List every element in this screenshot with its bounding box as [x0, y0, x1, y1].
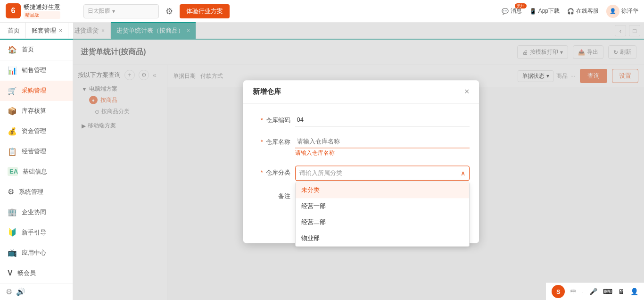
content-area: 进货单统计(按商品) 🖨 按模板打印 ▾ 📤 导出 ↻ 刷新 [73, 40, 644, 300]
modal-container: 新增仓库 × * 仓库编码 [243, 80, 474, 243]
sidebar-bottom: ⚙ 🔊 [0, 283, 73, 300]
bottom-bar: S 中 · 🎤 ⌨ 🖥 👤 [546, 283, 644, 300]
microphone-icon[interactable]: 🎤 [589, 288, 597, 295]
user-profile-item[interactable]: 👤 徐泽华 [606, 5, 638, 18]
notes-label-text: 备注 [278, 192, 290, 200]
sales-icon: 📊 [8, 66, 17, 75]
inventory-icon: 📦 [8, 107, 17, 116]
code-label-text: 仓库编码 [266, 117, 290, 124]
category-placeholder: 请输入所属分类 [299, 169, 342, 177]
required-star-name: * [261, 138, 263, 145]
basic-info-icon: EA [8, 167, 18, 176]
header-search[interactable]: 日太阳膜 ▾ [83, 4, 159, 18]
category-select[interactable]: 请输入所属分类 ∧ [295, 166, 470, 181]
s-logo-icon[interactable]: S [552, 285, 565, 298]
notes-label: 备注 [253, 189, 295, 200]
purchase-icon: 🛒 [8, 86, 17, 95]
notification-item[interactable]: 💬 消息 99+ [502, 7, 522, 15]
tab-account-label: 账套管理 [32, 26, 56, 35]
sidebar-item-purchase[interactable]: 🛒 采购管理 [0, 81, 73, 101]
guide-icon: 🔰 [8, 228, 17, 237]
name-label-text: 仓库名称 [266, 138, 290, 145]
category-label-text: 仓库分类 [266, 169, 290, 176]
main-wrapper: 🏠 首页 📊 销售管理 🛒 采购管理 📦 库存核算 💰 资金管理 📋 经营管理 … [0, 40, 644, 300]
dropdown-option-0[interactable]: 未分类 [296, 182, 469, 198]
sidebar-label-inventory: 库存核算 [22, 107, 46, 115]
category-arrow-icon: ∧ [461, 169, 465, 177]
headset-icon: 🎧 [567, 8, 574, 15]
code-control [295, 113, 470, 126]
phone-icon: 📱 [529, 8, 537, 15]
avatar: 👤 [606, 5, 619, 18]
sidebar-item-enterprise[interactable]: 🏢 企业协同 [0, 202, 73, 222]
user-icon[interactable]: 👤 [630, 288, 638, 295]
sidebar-label-basic-info: 基础信息 [23, 167, 47, 176]
sidebar-item-home[interactable]: 🏠 首页 [0, 40, 73, 60]
online-service-label: 在线客服 [576, 7, 599, 15]
sidebar-item-guide[interactable]: 🔰 新手引导 [0, 222, 73, 242]
sidebar-label-finance: 资金管理 [22, 127, 46, 135]
app-download-label: App下载 [538, 7, 560, 15]
code-input[interactable] [295, 113, 470, 126]
online-service-item[interactable]: 🎧 在线客服 [567, 7, 599, 15]
sidebar: 🏠 首页 📊 销售管理 🛒 采购管理 📦 库存核算 💰 资金管理 📋 经营管理 … [0, 40, 73, 300]
category-control: 请输入所属分类 ∧ 未分类 经营一部 经营二部 物业部 [295, 166, 470, 181]
modal-body: * 仓库编码 * 仓库名称 [243, 104, 479, 216]
sidebar-label-operations: 经营管理 [22, 147, 46, 156]
tab-account-close-icon[interactable]: × [59, 27, 62, 34]
sidebar-item-vip[interactable]: V 畅会员 [0, 263, 73, 283]
vip-icon: V [8, 269, 13, 277]
chinese-label: 中 [570, 288, 576, 296]
modal-close-button[interactable]: × [464, 87, 470, 97]
name-input[interactable] [295, 135, 470, 148]
category-row: * 仓库分类 请输入所属分类 ∧ 未分类 经营一部 [253, 166, 470, 181]
sidebar-label-enterprise: 企业协同 [22, 208, 46, 217]
username-label: 徐泽华 [621, 7, 638, 15]
message-icon: 💬 [502, 8, 509, 15]
sidebar-item-finance[interactable]: 💰 资金管理 [0, 121, 73, 142]
tab-account[interactable]: 账套管理 × [26, 22, 68, 39]
logo-text: 畅捷通好生意 [24, 3, 60, 11]
sidebar-item-apps[interactable]: 📺 应用中心 [0, 242, 73, 263]
code-row: * 仓库编码 [253, 113, 470, 126]
name-label: * 仓库名称 [253, 135, 295, 146]
logo-icon: 6 [6, 3, 21, 18]
sidebar-item-system[interactable]: ⚙ 系统管理 [0, 182, 73, 202]
sidebar-item-operations[interactable]: 📋 经营管理 [0, 142, 73, 162]
sidebar-settings-icon[interactable]: ⚙ [6, 287, 12, 296]
sidebar-item-inventory[interactable]: 📦 库存核算 [0, 101, 73, 121]
sidebar-label-guide: 新手引导 [22, 228, 46, 237]
sidebar-speaker-icon[interactable]: 🔊 [16, 287, 25, 296]
notification-badge: 99+ [515, 3, 527, 8]
logo-text-block: 畅捷通好生意 精品版 [24, 3, 60, 19]
sidebar-item-sales[interactable]: 📊 销售管理 [0, 60, 73, 81]
name-error-msg: 请输入仓库名称 [295, 149, 470, 157]
dropdown-option-3[interactable]: 物业部 [296, 230, 469, 246]
required-star-category: * [261, 169, 263, 176]
search-arrow-icon: ▾ [112, 8, 115, 15]
category-dropdown: 未分类 经营一部 经营二部 物业部 [295, 182, 470, 247]
sidebar-label-system: 系统管理 [19, 188, 43, 196]
home-icon: 🏠 [8, 45, 17, 54]
header-right: 💬 消息 99+ 📱 App下载 🎧 在线客服 👤 徐泽华 [502, 5, 638, 18]
trial-button[interactable]: 体验行业方案 [180, 4, 230, 18]
operations-icon: 📋 [8, 147, 17, 156]
enterprise-icon: 🏢 [8, 208, 17, 217]
sidebar-item-basic-info[interactable]: EA 基础信息 [0, 162, 73, 182]
sidebar-label-vip: 畅会员 [17, 269, 36, 277]
app-download-item[interactable]: 📱 App下载 [529, 7, 560, 15]
modal-header: 新增仓库 × [243, 80, 479, 104]
tab-home[interactable]: 首页 [2, 22, 26, 39]
logo-badge: 精品版 [24, 11, 60, 19]
keyboard-icon[interactable]: ⌨ [603, 288, 612, 295]
category-label: * 仓库分类 [253, 166, 295, 177]
dropdown-option-1[interactable]: 经营一部 [296, 198, 469, 214]
system-icon: ⚙ [8, 187, 14, 196]
monitor-icon[interactable]: 🖥 [618, 288, 625, 295]
settings-icon[interactable]: ⚙ [165, 6, 173, 17]
apps-icon: 📺 [8, 248, 17, 257]
dropdown-option-2[interactable]: 经营二部 [296, 214, 469, 230]
sidebar-label-apps: 应用中心 [22, 249, 46, 257]
logo-area: 6 畅捷通好生意 精品版 [6, 3, 79, 19]
search-text: 日太阳膜 [88, 7, 110, 15]
